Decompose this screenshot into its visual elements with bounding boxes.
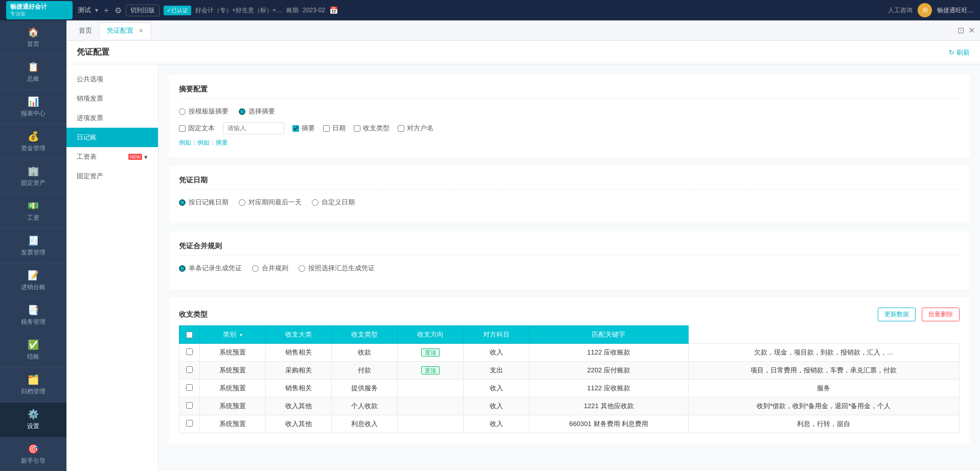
sidebar-item-guide[interactable]: 🎯 新手引导 xyxy=(0,437,66,471)
add-icon[interactable]: ＋ xyxy=(102,5,110,16)
reports-icon: 📊 xyxy=(28,96,39,107)
sidebar-item-purchase[interactable]: 📝 进销台账 xyxy=(0,264,66,298)
payroll-expand-icon: ▾ xyxy=(144,153,148,161)
auth-status-badge: ✓已认证 xyxy=(164,6,191,15)
summary-radio-group: 按模板版摘要 选择摘要 xyxy=(179,107,960,116)
left-menu-item-journal[interactable]: 日记账 xyxy=(66,128,158,147)
left-menu-item-payroll[interactable]: 工资表 NEW ▾ xyxy=(66,147,158,167)
merge-radio-summary[interactable]: 按照选择汇总生成凭证 xyxy=(299,264,375,273)
assets-icon: 🏢 xyxy=(28,166,39,177)
sidebar-item-funds[interactable]: 💰 资金管理 xyxy=(0,125,66,159)
main-content: 凭证配置 ↻ 刷新 公共选项 销项发票 进项发票 日记账 工资表 NEW xyxy=(66,41,980,471)
summary-config-title: 摘要配置 xyxy=(179,85,960,99)
sidebar-item-archive[interactable]: 🗂️ 归档管理 xyxy=(0,368,66,403)
sidebar-item-assets[interactable]: 🏢 固定资产 xyxy=(0,159,66,194)
income-type-cell: 付款 xyxy=(332,362,398,380)
sidebar-item-home[interactable]: 🏠 首页 xyxy=(0,20,66,55)
counter-party-checkbox[interactable]: 对方户名 xyxy=(398,124,434,133)
new-badge: NEW xyxy=(128,154,142,160)
sidebar-item-invoice[interactable]: 🧾 发票管理 xyxy=(0,229,66,264)
sidebar-item-salary[interactable]: 💵 工资 xyxy=(0,194,66,229)
update-data-button[interactable]: 更新数据 xyxy=(878,308,916,321)
row-checkbox[interactable] xyxy=(186,420,193,427)
major-type-cell: 销售相关 xyxy=(266,344,332,362)
summary-radio-template[interactable]: 按模板版摘要 xyxy=(179,107,229,116)
date-radio-custom[interactable]: 自定义日期 xyxy=(312,198,355,207)
tab-close-icon[interactable]: ✕ xyxy=(139,27,144,34)
avatar: 用 xyxy=(918,3,932,17)
sidebar-item-closing[interactable]: ✅ 结账 xyxy=(0,333,66,368)
user-service-link[interactable]: 人工咨询 xyxy=(888,6,913,15)
income-type-checkbox[interactable]: 收支类型 xyxy=(354,124,390,133)
settings-sidebar-icon: ⚙️ xyxy=(28,409,39,420)
sidebar-item-label: 资金管理 xyxy=(21,144,45,153)
refresh-button[interactable]: ↻ 刷新 xyxy=(949,48,970,57)
select-all-checkbox[interactable] xyxy=(186,332,193,338)
date-radio-diary[interactable]: 按日记账日期 xyxy=(179,198,229,207)
sidebar-item-label: 工资 xyxy=(27,214,39,222)
sidebar-item-label: 新手引导 xyxy=(21,457,45,465)
voucher-date-section: 凭证日期 按日记账日期 对应期间最后一天 自定义日期 xyxy=(169,166,970,223)
merge-rules-title: 凭证合并规则 xyxy=(179,242,960,255)
sidebar-item-reports[interactable]: 📊 报表中心 xyxy=(0,90,66,125)
income-expense-title: 收支类型 xyxy=(179,310,208,319)
logo-title: 畅捷通好会计 xyxy=(10,3,47,10)
batch-delete-button[interactable]: 批量删除 xyxy=(922,308,960,321)
merge-radio-merge[interactable]: 合并规则 xyxy=(252,264,288,273)
tab-close-window-icon[interactable]: ✕ xyxy=(968,26,975,35)
row-checkbox[interactable] xyxy=(186,348,193,355)
major-type-cell: 销售相关 xyxy=(266,380,332,397)
switch-version-button[interactable]: 切到旧版 xyxy=(126,5,159,16)
row-checkbox[interactable] xyxy=(186,384,193,391)
summary-radio-select[interactable]: 选择摘要 xyxy=(239,107,275,116)
date-checkbox[interactable]: 日期 xyxy=(323,124,346,133)
row-checkbox[interactable] xyxy=(186,402,193,409)
left-menu-item-purchase-invoice[interactable]: 进项发票 xyxy=(66,108,158,128)
top-tag[interactable]: 置顶 xyxy=(421,348,440,357)
date-radio-period-last[interactable]: 对应期间最后一天 xyxy=(239,198,302,207)
col-account: 对方科目 xyxy=(464,326,530,344)
left-menu-item-sales-invoice[interactable]: 销项发票 xyxy=(66,89,158,108)
income-type-cell: 利息收入 xyxy=(332,415,398,433)
fixed-text-input[interactable] xyxy=(223,122,284,134)
sidebar-item-label: 结账 xyxy=(27,352,39,361)
top-bar: 畅捷通好会计 专业版 测试 ▾ ＋ ⚙ 切到旧版 ✓已认证 好会计（专）+好生意… xyxy=(0,0,980,20)
table-row: 系统预置 销售相关 收款 置顶 收入 1122 应收账款 欠款，现金，项目款，到… xyxy=(179,344,960,362)
purchase-icon: 📝 xyxy=(28,270,39,281)
tag-cell: 置顶 xyxy=(398,344,464,362)
merge-radio-single[interactable]: 单条记录生成凭证 xyxy=(179,264,242,273)
tab-restore-icon[interactable]: ⊡ xyxy=(958,26,964,35)
tab-voucher-config[interactable]: 凭证配置 ✕ xyxy=(99,22,151,39)
top-tag[interactable]: 置顶 xyxy=(421,366,440,374)
tax-icon: 📑 xyxy=(28,304,39,316)
account-cell: 2202 应付账款 xyxy=(530,362,688,380)
keywords-cell: 利息，行转，据自 xyxy=(688,415,959,433)
direction-cell: 收入 xyxy=(464,380,530,397)
closing-icon: ✅ xyxy=(28,339,39,350)
period-value: 2023-02 xyxy=(303,7,325,14)
sidebar-item-ledger[interactable]: 📋 总账 xyxy=(0,55,66,90)
settings-icon[interactable]: ⚙ xyxy=(115,6,122,15)
sidebar-item-settings[interactable]: ⚙️ 设置 xyxy=(0,403,66,437)
sidebar-item-label: 发票管理 xyxy=(21,248,45,257)
summary-checkbox[interactable]: 摘要 xyxy=(292,124,315,133)
left-menu-item-fixed-assets[interactable]: 固定资产 xyxy=(66,167,158,186)
keywords-cell: 服务 xyxy=(688,380,959,397)
archive-icon: 🗂️ xyxy=(28,374,39,385)
income-expense-section: 收支类型 更新数据 批量删除 xyxy=(169,297,970,443)
test-dropdown-arrow[interactable]: ▾ xyxy=(95,7,98,14)
sidebar-item-tax[interactable]: 📑 税务管理 xyxy=(0,298,66,333)
calendar-icon[interactable]: 📅 xyxy=(329,6,338,14)
row-checkbox[interactable] xyxy=(186,366,193,373)
keywords-cell: 项目，日常费用，报销款，车费，承兑汇票，付款 xyxy=(688,362,959,380)
sort-arrow[interactable]: ▾ xyxy=(240,332,242,338)
test-label: 测试 xyxy=(78,6,91,15)
keywords-cell: 欠款，现金，项目款，到款，报销款，汇入，… xyxy=(688,344,959,362)
merge-rules-section: 凭证合并规则 单条记录生成凭证 合并规则 按照选择汇总生成凭证 xyxy=(169,231,970,289)
income-type-cell: 收款 xyxy=(332,344,398,362)
tab-home[interactable]: 首页 xyxy=(72,23,99,38)
col-income-type: 收支类型 xyxy=(332,326,398,344)
left-menu-item-public[interactable]: 公共选项 xyxy=(66,69,158,89)
table-row: 系统预置 收入其他 个人收款 收入 1221 其他应收款 收到*借款，收到*备用… xyxy=(179,397,960,415)
fixed-text-checkbox[interactable]: 固定文本 xyxy=(179,124,215,133)
